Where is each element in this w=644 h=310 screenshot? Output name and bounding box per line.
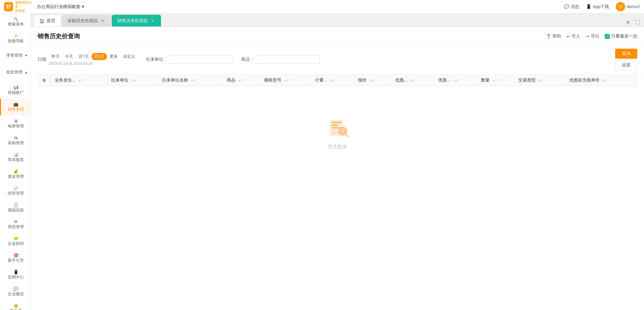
inventory-icon: 📊 (13, 152, 18, 157)
sidebar: 🔍 搜索菜单 ⚡ 快捷导航 零售管理 ▼ 批发管理 ▲ 📢 营销推广 💼 销售管… (0, 13, 31, 310)
tab-purchase-history[interactable]: 采购历史价跟踪 × (62, 15, 111, 27)
th-price[interactable]: 报价 ▲▼ (354, 74, 391, 86)
th-spec[interactable]: 规格型号 ▲▼ (261, 74, 312, 86)
close-window-icon[interactable]: ✕ (625, 18, 631, 27)
member-icon: 👑 (13, 303, 18, 308)
tab-sales-history[interactable]: 销售历史价跟踪 × (112, 15, 161, 27)
chevron-up-icon: ▲ (24, 70, 28, 74)
marketing-icon: 📢 (13, 85, 18, 90)
top-bar-right: 💬 消息 📱 App下载 D demo2 (564, 2, 640, 11)
date-filter-group: 日期 昨天 今天 近7天 近1月 更多 自定义 2023-02-18 至 202… (38, 53, 138, 66)
th-biz-date[interactable]: 业务发生... ▲▼ (51, 74, 108, 86)
sidebar-item-ecommerce[interactable]: 🖥 电商管理 (0, 115, 31, 132)
page-header-actions: ❓ 帮助 ↩ 导入 ↪ 导出 ✓ 只看最后一次 (546, 33, 637, 39)
date-filter-wrapper: 昨天 今天 近7天 近1月 更多 自定义 2023-02-18 至 2023-0… (49, 53, 138, 66)
sidebar-item-inventory[interactable]: 📊 库存核算 (0, 149, 31, 166)
date-7days[interactable]: 近7天 (76, 53, 92, 60)
sidebar-item-wholesale[interactable]: 批发管理 ▲ (0, 64, 31, 81)
newbie-icon: 🎯 (13, 253, 18, 258)
export-button[interactable]: ↪ 导出 (586, 33, 599, 39)
th-pretax-price[interactable]: 优惠前无税单价 ▲▼ (566, 74, 637, 86)
sidebar-item-retail[interactable]: 零售管理 ▼ (0, 47, 31, 64)
goods-input[interactable]: ... (253, 55, 320, 64)
avatar: D (616, 2, 625, 11)
import-button[interactable]: ↩ 导入 (567, 33, 580, 39)
tab-close-purchase[interactable]: × (100, 18, 105, 23)
sidebar-item-newbie[interactable]: 🎯 新手引导 (0, 250, 31, 266)
maximize-icon[interactable]: ⛶ (634, 18, 641, 27)
page-content: 销售历史价查询 ❓ 帮助 ↩ 导入 ↪ 导出 ✓ (31, 27, 644, 310)
sidebar-item-basic[interactable]: 📋 基础信息 (0, 199, 31, 216)
purchase-icon: 🛍 (14, 136, 18, 140)
download-icon: 📱 (586, 4, 591, 9)
date-today[interactable]: 今天 (62, 53, 76, 60)
sidebar-item-marketing[interactable]: 📢 营销推广 (0, 82, 31, 99)
sidebar-item-member[interactable]: 👑 畅会员 (0, 300, 31, 310)
sidebar-item-enterprise[interactable]: 🤝 企业协同 (0, 233, 31, 250)
sidebar-item-wechat[interactable]: 💬 企业微信 (0, 283, 31, 300)
tab-close-sales[interactable]: × (150, 18, 155, 23)
date-yesterday[interactable]: 昨天 (49, 53, 62, 60)
sidebar-item-system[interactable]: ⚙ 系统管理 (0, 216, 31, 233)
wechat-icon: 💬 (13, 287, 18, 291)
sidebar-item-appstore[interactable]: 📱 应用中心 (0, 266, 31, 283)
th-partner-code[interactable]: 往来单位 ▲▼ (108, 74, 159, 86)
sidebar-item-purchase[interactable]: 🛍 采购管理 (0, 132, 31, 149)
sort-icon: ▲▼ (538, 79, 543, 82)
th-trade-type[interactable]: 交易类型 ▲▼ (515, 74, 566, 86)
sort-icon: ▲▼ (369, 79, 375, 82)
th-discount1[interactable]: 优惠... ▲▼ (391, 74, 434, 86)
tab-home[interactable]: 🏠 首页 (34, 15, 61, 27)
sidebar-item-search[interactable]: 🔍 搜索菜单 (0, 13, 31, 30)
table-header-row: ⚙ 业务发生... ▲▼ 往来单位 ▲▼ 往来单位名称 ▲ (38, 74, 637, 86)
logo-icon: 好 (4, 2, 13, 11)
th-unit[interactable]: 计量... ▲▼ (311, 74, 354, 86)
account-dropdown[interactable]: 办公用品行业模拟账套 ▾ (34, 2, 87, 11)
settings-button[interactable]: 设置 (615, 60, 637, 70)
date-custom[interactable]: 自定义 (120, 53, 138, 60)
sort-icon: ▲▼ (191, 79, 196, 82)
th-partner-name[interactable]: 往来单位名称 ▲▼ (159, 74, 223, 86)
chevron-down-icon: ▾ (82, 4, 84, 9)
help-button[interactable]: ❓ 帮助 (546, 33, 561, 39)
empty-text: 暂无数据 (328, 144, 347, 150)
shortcut-icon: ⚡ (13, 34, 18, 38)
home-icon: 🏠 (39, 18, 45, 23)
sales-icon: 💼 (13, 102, 18, 107)
sort-icon: ▲▼ (238, 79, 244, 82)
sidebar-item-shortcut[interactable]: ⚡ 快捷导航 (0, 30, 31, 47)
sort-icon: ▲▼ (453, 79, 458, 82)
only-last-checkbox[interactable]: ✓ 只看最后一次 (605, 33, 637, 39)
svg-rect-2 (331, 122, 341, 123)
partner-label: 往来单位 (146, 56, 163, 62)
filter-row: 日期 昨天 今天 近7天 近1月 更多 自定义 2023-02-18 至 202… (31, 45, 644, 74)
th-settings[interactable]: ⚙ (38, 74, 51, 86)
chevron-down-icon: ▼ (24, 54, 28, 57)
app-download-button[interactable]: 📱 App下载 (586, 4, 609, 10)
goods-label: 商品 (241, 56, 250, 62)
sidebar-item-sales[interactable]: 💼 销售管理 (0, 99, 31, 115)
query-button[interactable]: 查询 (615, 49, 637, 59)
filter-actions: 查询 设置 (615, 49, 637, 70)
partner-filter-group: 往来单位 ... (146, 55, 233, 64)
table-header: ⚙ 业务发生... ▲▼ 往来单位 ▲▼ 往来单位名称 ▲ (38, 74, 637, 86)
sidebar-item-operations[interactable]: 📈 经营管理 (0, 183, 31, 199)
th-discount2[interactable]: 优惠... ▲▼ (434, 74, 477, 86)
svg-rect-3 (331, 124, 338, 126)
sort-icon: ▲▼ (492, 79, 497, 82)
sidebar-item-finance[interactable]: 💰 资金管理 (0, 166, 31, 183)
message-button[interactable]: 💬 消息 (564, 4, 579, 10)
th-quantity[interactable]: 数量 ▲▼ (477, 74, 515, 86)
user-menu[interactable]: D demo2 (616, 2, 640, 11)
th-goods[interactable]: 商品 ▲▼ (223, 74, 261, 86)
partner-input[interactable]: ... (166, 55, 233, 64)
sort-icon: ▲▼ (78, 79, 84, 82)
goods-filter-group: 商品 ... (241, 55, 320, 64)
basic-icon: 📋 (13, 203, 18, 207)
date-label: 日期 (38, 56, 46, 62)
date-1month[interactable]: 近1月 (92, 53, 107, 60)
date-more[interactable]: 更多 (107, 53, 120, 60)
date-buttons: 昨天 今天 近7天 近1月 更多 自定义 (49, 53, 138, 60)
sort-icon: ▲▼ (284, 79, 289, 82)
sort-icon: ▲▼ (410, 79, 415, 82)
